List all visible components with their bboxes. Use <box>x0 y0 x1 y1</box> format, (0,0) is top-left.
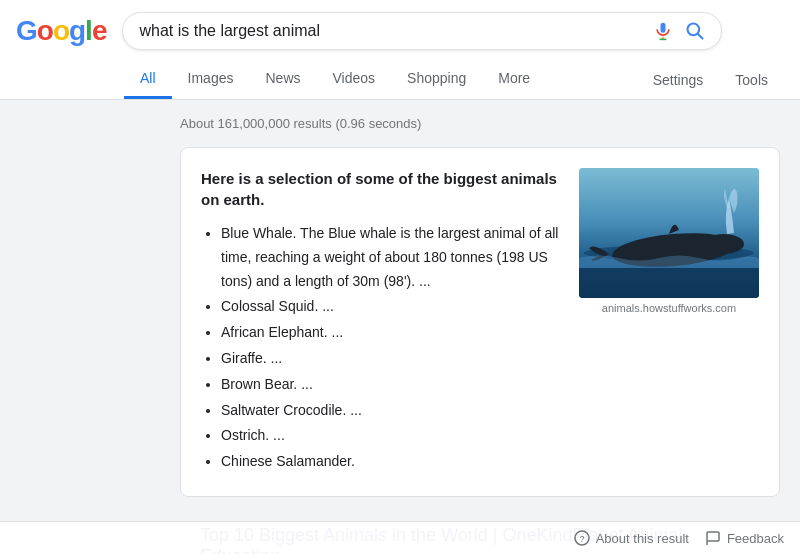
nav-tabs: All Images News Videos Shopping More <box>124 60 546 99</box>
feedback-label: Feedback <box>727 531 784 546</box>
search-bar <box>122 12 722 50</box>
tab-all[interactable]: All <box>124 60 172 99</box>
results-count: About 161,000,000 results (0.96 seconds) <box>180 116 800 131</box>
about-result[interactable]: ? About this result <box>574 530 689 546</box>
feedback[interactable]: Feedback <box>705 530 784 546</box>
list-item: Chinese Salamander. <box>221 450 563 474</box>
svg-rect-10 <box>707 532 719 541</box>
search-icons <box>653 21 705 41</box>
whale-image-svg <box>579 168 759 298</box>
list-item: Colossal Squid. ... <box>221 295 563 319</box>
tab-settings[interactable]: Settings <box>637 62 720 98</box>
animal-list: Blue Whale. The Blue whale is the larges… <box>201 222 563 474</box>
list-item: Brown Bear. ... <box>221 373 563 397</box>
tab-more[interactable]: More <box>482 60 546 99</box>
card-image-wrapper: animals.howstuffworks.com <box>579 168 759 476</box>
card-title: Here is a selection of some of the bigge… <box>201 168 563 210</box>
list-item: Blue Whale. The Blue whale is the larges… <box>221 222 563 293</box>
header: Google All <box>0 0 800 100</box>
question-icon: ? <box>574 530 590 546</box>
tab-images[interactable]: Images <box>172 60 250 99</box>
list-item: Ostrich. ... <box>221 424 563 448</box>
tab-shopping[interactable]: Shopping <box>391 60 482 99</box>
tab-tools[interactable]: Tools <box>719 62 784 98</box>
search-icon[interactable] <box>685 21 705 41</box>
card-image <box>579 168 759 298</box>
svg-rect-7 <box>579 268 759 298</box>
svg-rect-0 <box>661 23 666 33</box>
mic-icon[interactable] <box>653 21 673 41</box>
footer: ? About this result Feedback <box>0 521 800 554</box>
tab-videos[interactable]: Videos <box>317 60 392 99</box>
list-item: Saltwater Crocodile. ... <box>221 399 563 423</box>
main-content: About 161,000,000 results (0.96 seconds)… <box>0 100 800 554</box>
tab-news[interactable]: News <box>249 60 316 99</box>
nav-right: Settings Tools <box>637 62 784 98</box>
search-input[interactable] <box>139 22 653 40</box>
svg-point-6 <box>704 234 744 254</box>
svg-line-2 <box>698 34 703 39</box>
card-text: Here is a selection of some of the bigge… <box>201 168 563 476</box>
google-logo[interactable]: Google <box>16 15 106 47</box>
svg-text:?: ? <box>579 534 584 544</box>
image-source: animals.howstuffworks.com <box>579 302 759 314</box>
feedback-icon <box>705 530 721 546</box>
nav-bar: All Images News Videos Shopping More Set… <box>16 60 784 99</box>
list-item: African Elephant. ... <box>221 321 563 345</box>
about-result-label: About this result <box>596 531 689 546</box>
knowledge-card: Here is a selection of some of the bigge… <box>180 147 780 497</box>
header-top: Google <box>16 12 784 50</box>
list-item: Giraffe. ... <box>221 347 563 371</box>
